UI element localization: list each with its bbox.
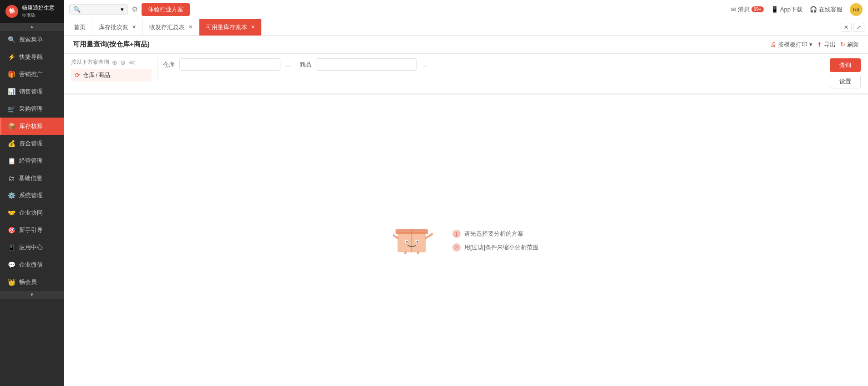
sidebar-label-purchase: 采购管理 bbox=[19, 105, 43, 113]
settings-scheme-icon[interactable]: ⊚ bbox=[120, 59, 126, 66]
close-tab-button[interactable]: ✕ bbox=[841, 23, 852, 32]
collapse-icon[interactable]: ≪ bbox=[128, 59, 135, 66]
message-icon: ✉ bbox=[731, 6, 736, 13]
sidebar-icon-system: ⚙️ bbox=[8, 192, 15, 199]
sidebar-item-basic[interactable]: 🗂 基础信息 bbox=[0, 170, 64, 187]
sidebar-icon-operation: 📋 bbox=[8, 157, 15, 165]
tab-home[interactable]: 首页 bbox=[67, 19, 92, 36]
tab-summary[interactable]: 收发存汇总表 ✕ bbox=[143, 19, 199, 36]
app-download-item[interactable]: 📱 App下载 bbox=[771, 5, 802, 14]
sidebar-item-member[interactable]: 👑 畅会员 bbox=[0, 273, 64, 291]
topbar-right: ✉ 消息 99+ 📱 App下载 🎧 在线客服 Rit bbox=[731, 3, 863, 16]
dropdown-icon[interactable]: ▾ bbox=[121, 6, 124, 13]
search-icon: 🔍 bbox=[73, 6, 81, 13]
product-field: 商品 ... bbox=[299, 58, 427, 71]
search-input[interactable] bbox=[82, 6, 119, 13]
empty-illustration bbox=[393, 218, 439, 263]
sidebar-item-finance[interactable]: 💰 资金管理 bbox=[0, 135, 64, 152]
sidebar-item-wechat[interactable]: 💬 企业微信 bbox=[0, 256, 64, 273]
sidebar-label-inventory: 库存核算 bbox=[19, 122, 43, 130]
sidebar-icon-enterprise: 🤝 bbox=[8, 209, 15, 216]
topbar: 🔍 ▾ ⚙ 体验行业方案 ✉ 消息 99+ 📱 App下载 🎧 在线客服 Rit bbox=[64, 0, 868, 19]
settings-button[interactable]: 设置 bbox=[830, 75, 861, 88]
sidebar-item-inventory[interactable]: 📦 库存核算 bbox=[0, 118, 64, 135]
product-more-icon[interactable]: ... bbox=[422, 62, 427, 68]
query-button[interactable]: 查询 bbox=[830, 58, 861, 72]
scheme-item[interactable]: ⟳ 仓库+商品 bbox=[71, 69, 152, 82]
sidebar-item-newbie[interactable]: 🎯 新手引导 bbox=[0, 221, 64, 239]
sidebar-icon-marketing: 🎁 bbox=[8, 71, 15, 78]
sidebar-label-wechat: 企业微信 bbox=[19, 261, 43, 269]
user-item[interactable]: Rit bbox=[850, 3, 863, 16]
service-label: 在线客服 bbox=[819, 5, 843, 14]
sidebar-icon-shortcut: ⚡ bbox=[8, 53, 15, 61]
sidebar-items-container: 🔍 搜索菜单 ⚡ 快捷导航 🎁 营销推广 📊 销售管理 🛒 采购管理 📦 库存核… bbox=[0, 31, 64, 291]
scheme-sync-icon: ⟳ bbox=[75, 72, 80, 79]
topbar-search-box[interactable]: 🔍 ▾ bbox=[69, 4, 128, 15]
sidebar-scroll-down[interactable]: ▼ bbox=[0, 291, 64, 299]
message-item[interactable]: ✉ 消息 99+ bbox=[731, 5, 764, 14]
headset-icon: 🎧 bbox=[810, 6, 817, 13]
svg-line-7 bbox=[393, 234, 397, 238]
sidebar-scroll-up[interactable]: ▲ bbox=[0, 23, 64, 31]
sidebar-icon-search: 🔍 bbox=[8, 36, 15, 43]
sidebar-item-apps[interactable]: 📱 应用中心 bbox=[0, 239, 64, 256]
message-badge: 99+ bbox=[751, 6, 764, 12]
svg-line-8 bbox=[426, 234, 432, 238]
refresh-action[interactable]: ↻ 刷新 bbox=[840, 41, 859, 49]
sidebar-icon-member: 👑 bbox=[8, 278, 15, 286]
maximize-tab-button[interactable]: ⤢ bbox=[853, 23, 864, 32]
tabs-container: 首页 库存批次账 ✕ 收发存汇总表 ✕ 可用量库存账本 ✕ bbox=[67, 19, 262, 36]
content-area: 可用量查询(按仓库+商品) 🖨 按模板打印 ▾ ⬆ 导出 ↻ 刷新 bbox=[64, 36, 868, 386]
page-actions: 🖨 按模板打印 ▾ ⬆ 导出 ↻ 刷新 bbox=[770, 41, 859, 49]
sidebar-item-search[interactable]: 🔍 搜索菜单 bbox=[0, 31, 64, 48]
sidebar-icon-apps: 📱 bbox=[8, 244, 15, 251]
sidebar-icon-finance: 💰 bbox=[8, 140, 15, 147]
print-dropdown-icon[interactable]: ▾ bbox=[809, 41, 812, 48]
sidebar-icon-sales: 📊 bbox=[8, 88, 15, 95]
sidebar-label-enterprise: 企业协同 bbox=[19, 209, 43, 217]
sidebar-label-member: 畅会员 bbox=[19, 278, 37, 286]
message-label: 消息 bbox=[738, 5, 750, 14]
refresh-label: 刷新 bbox=[847, 41, 859, 49]
sidebar-header: 畅 畅康通好生意 标准版 bbox=[0, 0, 64, 23]
export-icon: ⬆ bbox=[817, 41, 822, 48]
sidebar-logo: 畅 bbox=[5, 5, 18, 18]
tab-close-batch[interactable]: ✕ bbox=[132, 24, 136, 30]
tab-label-home: 首页 bbox=[74, 23, 86, 31]
tab-close-available[interactable]: ✕ bbox=[251, 24, 255, 30]
page-header: 可用量查询(按仓库+商品) 🖨 按模板打印 ▾ ⬆ 导出 ↻ 刷新 bbox=[64, 36, 868, 54]
sidebar-item-marketing[interactable]: 🎁 营销推广 bbox=[0, 66, 64, 83]
query-section: 按以下方案查询 ⊕ ⊚ ≪ ⟳ 仓库+商品 仓库 ... 商品 bbox=[64, 54, 868, 93]
tab-batch[interactable]: 库存批次账 ✕ bbox=[92, 19, 143, 36]
industry-button[interactable]: 体验行业方案 bbox=[142, 3, 190, 16]
sidebar-brand: 畅康通好生意 标准版 bbox=[22, 5, 55, 18]
sidebar-item-shortcut[interactable]: ⚡ 快捷导航 bbox=[0, 48, 64, 66]
sidebar-icon-purchase: 🛒 bbox=[8, 105, 15, 113]
tab-available[interactable]: 可用量库存账本 ✕ bbox=[199, 19, 262, 36]
gear-icon[interactable]: ⚙ bbox=[132, 5, 138, 14]
tabs-actions: ✕ ⤢ bbox=[841, 23, 864, 32]
export-action[interactable]: ⬆ 导出 bbox=[817, 41, 836, 49]
product-input[interactable] bbox=[316, 58, 417, 71]
sidebar-item-operation[interactable]: 📋 经营管理 bbox=[0, 152, 64, 170]
warehouse-field: 仓库 ... bbox=[163, 58, 290, 71]
customer-service-item[interactable]: 🎧 在线客服 bbox=[810, 5, 843, 14]
avatar: Rit bbox=[850, 3, 863, 16]
hint-num-1: 1 bbox=[452, 230, 461, 238]
add-scheme-icon[interactable]: ⊕ bbox=[112, 59, 117, 66]
export-label: 导出 bbox=[824, 41, 836, 49]
sidebar-item-sales[interactable]: 📊 销售管理 bbox=[0, 83, 64, 100]
sidebar-item-purchase[interactable]: 🛒 采购管理 bbox=[0, 100, 64, 118]
warehouse-more-icon[interactable]: ... bbox=[286, 62, 290, 68]
sidebar-label-apps: 应用中心 bbox=[19, 243, 43, 252]
print-action[interactable]: 🖨 按模板打印 ▾ bbox=[770, 41, 812, 49]
sidebar-item-system[interactable]: ⚙️ 系统管理 bbox=[0, 187, 64, 204]
tab-close-summary[interactable]: ✕ bbox=[188, 24, 193, 30]
sidebar-item-enterprise[interactable]: 🤝 企业协同 bbox=[0, 204, 64, 221]
tabs-bar: 首页 库存批次账 ✕ 收发存汇总表 ✕ 可用量库存账本 ✕ ✕ ⤢ bbox=[64, 19, 868, 36]
print-icon: 🖨 bbox=[770, 41, 776, 48]
warehouse-input[interactable] bbox=[179, 58, 280, 71]
warehouse-label: 仓库 bbox=[163, 61, 176, 69]
main-area: 🔍 ▾ ⚙ 体验行业方案 ✉ 消息 99+ 📱 App下载 🎧 在线客服 Rit bbox=[64, 0, 868, 386]
